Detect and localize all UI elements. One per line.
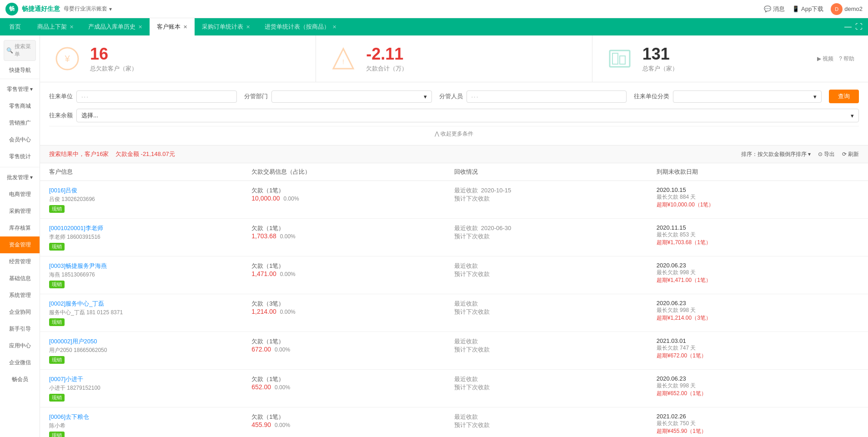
col-header-customer: 客户信息 xyxy=(49,168,251,176)
customer-name-link-5[interactable]: [0007]小进干 xyxy=(49,375,251,383)
customer-name-link-6[interactable]: [0006]去下粮仓 xyxy=(49,413,251,421)
person-input[interactable]: ··· xyxy=(467,90,627,103)
logo-icon: 畅 xyxy=(5,3,18,15)
sidebar-item-quick-nav[interactable]: 快捷导航 xyxy=(0,64,40,77)
filter-person: 分管人员 ··· xyxy=(439,90,627,103)
minimize-icon[interactable]: — xyxy=(844,23,852,31)
due-cell-2: 2020.06.23 最长欠款 998 天 超期¥1,471.00（1笔） xyxy=(657,262,859,284)
sidebar-item-ecommerce[interactable]: 电商管理 xyxy=(0,186,40,203)
category-select[interactable]: ▾ xyxy=(673,90,822,103)
nav-tabs-right: — ⛶ xyxy=(844,23,868,31)
supplier-input[interactable]: ··· xyxy=(76,90,237,103)
sidebar-item-guide[interactable]: 新手引导 xyxy=(0,321,40,337)
expand-icon[interactable]: ⛶ xyxy=(855,23,863,31)
message-button[interactable]: 💬 消息 xyxy=(764,5,785,13)
filter-row-2: 往来余额 选择... ▾ xyxy=(49,109,859,122)
debt-cell-0: 欠款（1笔） 10,000.000.00% xyxy=(251,186,454,202)
close-icon[interactable]: ✕ xyxy=(246,24,250,30)
svg-rect-5 xyxy=(612,53,618,64)
nav-tabs: 首页 商品上下架 ✕ 产成品入库单历史 ✕ 客户账本 ✕ 采购订单统计表 ✕ 进… xyxy=(0,18,868,35)
collect-cell-0: 最近收款 2020-10-15 预计下次收款 xyxy=(454,186,657,203)
overdue-0[interactable]: 超期¥10,000.00（1笔） xyxy=(657,201,859,209)
tenant-selector[interactable]: 母婴行业演示账套 ▾ xyxy=(64,5,112,13)
customer-cell-0: [0016]吕俊 吕俊 13026203696 现销 xyxy=(49,186,251,213)
debt-count-0: 欠款（1笔） xyxy=(251,186,454,195)
filter-row-1: 往来单位 ··· 分管部门 ▾ 分管人员 ··· xyxy=(49,90,859,103)
chevron-down-icon: ▾ xyxy=(813,93,817,100)
tab-product-history[interactable]: 产成品入库单历史 ✕ xyxy=(81,18,150,35)
sidebar-item-vip[interactable]: 畅会员 xyxy=(0,371,40,388)
sidebar-item-basic-info[interactable]: 基础信息 xyxy=(0,270,40,287)
due-cell-5: 2020.06.23 最长欠款 998 天 超期¥652.00（1笔） xyxy=(657,375,859,397)
svg-text:!: ! xyxy=(342,58,344,65)
export-button[interactable]: ⊙ 导出 xyxy=(818,151,835,158)
help-button[interactable]: ? 帮助 xyxy=(839,55,854,63)
tab-product-listing[interactable]: 商品上下架 ✕ xyxy=(30,18,81,35)
close-icon[interactable]: ✕ xyxy=(70,24,74,30)
top-right-actions: 💬 消息 📱 App下载 D demo2 xyxy=(764,3,863,15)
stat-card-total-customers: 131 总客户（家） ▶ 视频 ? 帮助 xyxy=(592,35,868,82)
sidebar-item-enterprise[interactable]: 企业协同 xyxy=(0,304,40,321)
customer-name-link-4[interactable]: [000002]用户2050 xyxy=(49,337,251,346)
video-icon: ▶ xyxy=(817,55,821,62)
sidebar-search-area: 🔍 搜索菜单 xyxy=(0,35,40,64)
avatar: D xyxy=(831,3,843,15)
stat-card-debt-amount: ! -2.11 欠款合计（万） xyxy=(316,35,592,82)
refresh-button[interactable]: ⟳ 刷新 xyxy=(842,151,859,158)
stat-number-total-customers: 131 xyxy=(642,45,678,64)
search-button[interactable]: 🔍 搜索菜单 xyxy=(4,40,36,61)
logo-area: 畅 畅捷通好生意 母婴行业演示账套 ▾ xyxy=(5,3,112,15)
collapse-filters-button[interactable]: ⋀ 收起更多条件 xyxy=(49,126,859,141)
chevron-down-icon: ▾ xyxy=(109,6,112,12)
sidebar-item-app-center[interactable]: 应用中心 xyxy=(0,337,40,354)
due-cell-6: 2021.02.26 最长欠款 750 天 超期¥455.90（1笔） xyxy=(657,413,859,435)
customer-name-link-0[interactable]: [0016]吕俊 xyxy=(49,186,251,195)
search-button[interactable]: 查询 xyxy=(829,90,859,103)
sidebar-item-retail-store[interactable]: 零售商城 xyxy=(0,98,40,115)
tab-purchase-stats[interactable]: 采购订单统计表 ✕ xyxy=(195,18,257,35)
tab-home[interactable]: 首页 xyxy=(0,18,30,35)
customer-cell-4: [000002]用户2050 用户2050 18665062050 现销 xyxy=(49,337,251,364)
download-icon: 📱 xyxy=(792,5,799,12)
filter-category: 往来单位分类 ▾ xyxy=(634,90,822,103)
customer-name-link-1[interactable]: [0001020001]李老师 xyxy=(49,224,251,232)
tab-customer-account[interactable]: 客户账本 ✕ xyxy=(150,18,195,35)
video-button[interactable]: ▶ 视频 xyxy=(817,55,833,63)
customer-name-link-2[interactable]: [0003]畅捷服务尹海燕 xyxy=(49,262,251,270)
department-select[interactable]: ▾ xyxy=(271,90,432,103)
sidebar-item-marketing[interactable]: 营销推广 xyxy=(0,115,40,131)
close-icon[interactable]: ✕ xyxy=(183,24,187,30)
results-actions: 排序：按欠款金额倒序排序 ▾ ⊙ 导出 ⟳ 刷新 xyxy=(741,151,859,158)
due-date-0: 2020.10.15 xyxy=(657,186,859,193)
refresh-icon: ⟳ xyxy=(842,151,847,157)
balance-select[interactable]: 选择... ▾ xyxy=(76,109,859,122)
user-avatar-button[interactable]: D demo2 xyxy=(831,3,863,15)
app-download-button[interactable]: 📱 App下载 xyxy=(792,5,823,13)
search-icon: 🔍 xyxy=(6,47,13,54)
total-customers-icon xyxy=(606,45,633,72)
sidebar-item-retail-mgmt[interactable]: 零售管理 ▾ xyxy=(0,81,40,98)
tab-purchase-stats2[interactable]: 进货单统计表（按商品） ✕ xyxy=(257,18,344,35)
sidebar-item-purchase-mgmt[interactable]: 采购管理 xyxy=(0,203,40,220)
customer-cell-1: [0001020001]李老师 李老师 18600391516 现销 xyxy=(49,224,251,251)
sidebar-item-retail-stats[interactable]: 零售统计 xyxy=(0,148,40,165)
svg-text:¥: ¥ xyxy=(64,54,70,64)
sidebar-item-wechat[interactable]: 企业微信 xyxy=(0,354,40,371)
debt-customers-icon: ¥ xyxy=(54,45,81,72)
sort-selector[interactable]: 排序：按欠款金额倒序排序 ▾ xyxy=(741,151,811,158)
stat-label-total-customers: 总客户（家） xyxy=(642,65,678,73)
sidebar-item-membership[interactable]: 会员中心 xyxy=(0,131,40,148)
close-icon[interactable]: ✕ xyxy=(138,24,142,30)
customer-name-link-3[interactable]: [0002]服务中心_丁磊 xyxy=(49,300,251,308)
filter-balance: 往来余额 选择... ▾ xyxy=(49,109,859,122)
sidebar-item-inventory[interactable]: 库存核算 xyxy=(0,220,40,236)
status-badge-0: 现销 xyxy=(49,205,65,213)
days-0: 最长欠款 884 天 xyxy=(657,193,859,201)
sidebar-item-batch-mgmt[interactable]: 批发管理 ▾ xyxy=(0,169,40,186)
close-icon[interactable]: ✕ xyxy=(332,24,336,30)
sidebar-item-operations[interactable]: 经营管理 xyxy=(0,253,40,270)
debt-cell-1: 欠款（1笔） 1,703.680.00% xyxy=(251,224,454,240)
sidebar-item-finance[interactable]: 资金管理 xyxy=(0,236,40,253)
divider xyxy=(0,167,40,167)
sidebar-item-system[interactable]: 系统管理 xyxy=(0,287,40,304)
